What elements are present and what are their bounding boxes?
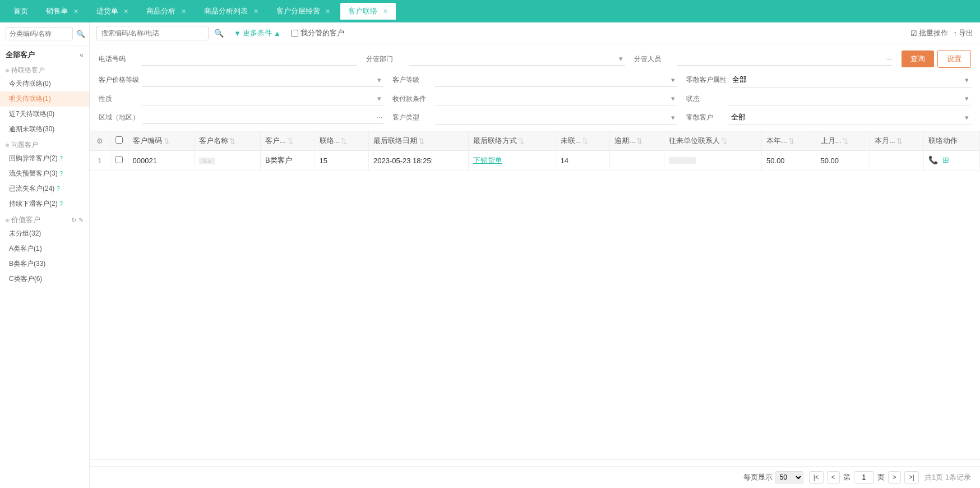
nav-customer-contact[interactable]: 客户联络 ✕ <box>340 3 396 20</box>
sort-code[interactable]: 客户编码 ⇅ <box>133 136 169 146</box>
sidebar-item-abnormal[interactable]: 回购异常客户(2) ? <box>0 151 89 166</box>
filter-search-button[interactable]: 🔍 <box>214 29 224 38</box>
edit-icon[interactable]: ✎ <box>78 217 84 224</box>
group-title-problem: 问题客户 <box>0 137 89 151</box>
total-records: 共1页 1条记录 <box>924 472 971 482</box>
nav-purchase[interactable]: 进货单 ✕ <box>89 3 137 20</box>
filter-retail-attr-select[interactable]: 全部 ▾ <box>730 72 971 88</box>
sidebar-search-icon[interactable]: 🔍 <box>76 30 85 38</box>
sort-type[interactable]: 客户... ⇅ <box>265 136 293 146</box>
next-page-button[interactable]: > <box>888 471 901 484</box>
filter-person-dots[interactable]: ··· <box>886 55 891 63</box>
filter-customer-level-label: 客户等级 <box>392 75 432 85</box>
horizontal-scroll[interactable] <box>90 459 980 466</box>
chevron-down-icon-dept: ▾ <box>619 54 623 63</box>
group-dot-3 <box>6 219 9 222</box>
sidebar-item-tomorrow[interactable]: 明天待联络(1) <box>0 91 89 107</box>
filter-customer-level-select[interactable]: ▾ <box>435 73 677 87</box>
action-phone-icon[interactable]: 📞 <box>928 155 938 164</box>
sidebar-item-class-a[interactable]: A类客户(1) <box>0 241 89 256</box>
chevron-down-icon-price: ▾ <box>377 76 381 84</box>
prev-page-button[interactable]: < <box>827 471 840 484</box>
sort-this-year[interactable]: 本年... ⇅ <box>766 136 794 146</box>
sort-icon-code: ⇅ <box>163 137 169 145</box>
sidebar-item-declining[interactable]: 持续下滑客户(2) ? <box>0 196 89 211</box>
nav-sales[interactable]: 销售单 ✕ <box>38 3 86 20</box>
close-tier-icon[interactable]: ✕ <box>325 8 330 15</box>
nav-home[interactable]: 首页 <box>6 3 36 20</box>
refresh-icon[interactable]: ↻ <box>71 217 76 224</box>
sidebar-item-lost[interactable]: 已流失客户(24) ? <box>0 181 89 196</box>
sidebar-item-overdue[interactable]: 逾期未联络(30) <box>0 122 89 137</box>
sort-name[interactable]: 客户名称 ⇅ <box>199 136 235 146</box>
page-number-input[interactable] <box>854 471 874 484</box>
query-button[interactable]: 查询 <box>902 50 934 67</box>
row-checkbox-cell[interactable] <box>110 151 128 171</box>
col-gear[interactable]: ⚙ <box>90 131 110 151</box>
sort-company-contact[interactable]: 往来单位联系人 ⇅ <box>669 136 727 146</box>
gear-settings-icon[interactable]: ⚙ <box>96 137 103 145</box>
filter-price-level-select[interactable]: ▾ <box>142 73 383 87</box>
filter-more-button[interactable]: ▼ 更多条件 ▲ <box>229 26 285 40</box>
filter-nature-select[interactable]: ▾ <box>141 92 383 105</box>
col-this-month: 本月... ⇅ <box>870 131 923 151</box>
filter-price-level: 客户价格等级 ▾ <box>99 73 383 87</box>
select-all-checkbox[interactable] <box>115 136 123 144</box>
sidebar-item-today[interactable]: 今天待联络(0) <box>0 76 89 91</box>
col-checkbox[interactable] <box>110 131 128 151</box>
sidebar-item-lost-warning[interactable]: 流失预警客户(3) ? <box>0 166 89 181</box>
chevron-down-icon-payment: ▾ <box>671 94 675 103</box>
my-customers-checkbox-label[interactable]: 我分管的客户 <box>291 28 344 38</box>
chevron-down-icon-type: ▾ <box>671 113 675 122</box>
filter-more-label: 更多条件 <box>243 28 272 38</box>
filter-customer-type-select[interactable]: ▾ <box>435 111 677 125</box>
col-not-contacted-label: 未联... <box>561 136 581 146</box>
nav-product-analysis[interactable]: 商品分析 ✕ <box>138 3 194 20</box>
per-page-select[interactable]: 10 20 50 100 <box>775 471 803 484</box>
last-page-button[interactable]: >| <box>904 471 919 484</box>
sort-this-month[interactable]: 本月... ⇅ <box>875 136 903 146</box>
row-checkbox[interactable] <box>115 156 123 163</box>
row-last-method-link[interactable]: 下销货单 <box>473 156 502 164</box>
sort-icon-name: ⇅ <box>229 137 235 145</box>
filter-status-select[interactable]: ▾ <box>729 92 971 105</box>
row-company-contact-value <box>669 157 696 164</box>
sidebar-item-7days[interactable]: 近7天待联络(0) <box>0 107 89 122</box>
close-contact-icon[interactable]: ✕ <box>383 8 388 15</box>
set-button[interactable]: 设置 <box>937 50 971 68</box>
pagination: |< < 第 页 > >| <box>809 471 919 484</box>
collapse-icon[interactable]: « <box>80 51 84 59</box>
batch-op-button[interactable]: ☑ 批量操作 <box>910 28 948 38</box>
close-purchase-icon[interactable]: ✕ <box>123 8 128 15</box>
action-grid-icon[interactable]: ⊞ <box>942 155 949 164</box>
sidebar-item-class-b[interactable]: B类客户(33) <box>0 256 89 271</box>
sort-not-contacted[interactable]: 未联... ⇅ <box>561 136 589 146</box>
sort-overdue[interactable]: 逾期... ⇅ <box>614 136 642 146</box>
first-page-button[interactable]: |< <box>809 471 824 484</box>
filter-region-dots[interactable]: ··· <box>377 113 382 121</box>
filter-dept-select[interactable]: ▾ <box>409 52 625 66</box>
my-customers-checkbox[interactable] <box>291 30 298 37</box>
sort-icon-last-month: ⇅ <box>842 137 848 145</box>
nav-product-analysis-list[interactable]: 商品分析列表 ✕ <box>196 3 266 20</box>
filter-row-1: 电话号码 分管部门 ▾ 分管人员 ··· 查询 <box>99 50 971 68</box>
close-product-list-icon[interactable]: ✕ <box>253 8 258 15</box>
close-sales-icon[interactable]: ✕ <box>73 8 78 15</box>
sidebar-item-ungrouped[interactable]: 未分组(32) <box>0 226 89 241</box>
col-action-label: 联络动作 <box>928 136 958 145</box>
sidebar-search-input[interactable] <box>6 27 73 40</box>
filter-payment-select[interactable]: ▾ <box>435 92 677 105</box>
sort-contacts[interactable]: 联络... ⇅ <box>320 136 348 146</box>
row-last-method[interactable]: 下销货单 <box>468 151 556 171</box>
nav-customer-tier[interactable]: 客户分层经营 ✕ <box>269 3 339 20</box>
sort-last-month[interactable]: 上月... ⇅ <box>821 136 849 146</box>
sidebar-item-class-c[interactable]: C类客户(6) <box>0 271 89 287</box>
sort-last-method[interactable]: 最后联络方式 ⇅ <box>473 136 524 146</box>
close-product-analysis-icon[interactable]: ✕ <box>181 8 186 15</box>
export-button[interactable]: ↑ 导出 <box>954 28 974 38</box>
filter-search-input[interactable] <box>96 26 209 40</box>
filter-phone-input[interactable] <box>141 53 357 66</box>
sort-icon-type: ⇅ <box>287 137 293 145</box>
sort-last-date[interactable]: 最后联络日期 ⇅ <box>373 136 424 146</box>
filter-retail-customer-select[interactable]: 全部 ▾ <box>729 110 971 125</box>
